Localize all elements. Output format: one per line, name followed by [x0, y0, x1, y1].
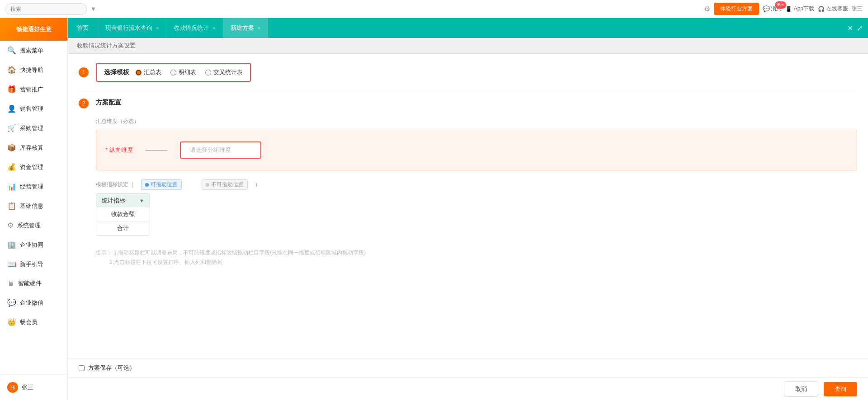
- user-info[interactable]: 张三: [852, 5, 863, 13]
- step2-badge: 2: [79, 99, 89, 108]
- form-section: 1 选择模板 汇总表 明细表: [68, 54, 868, 358]
- metrics-settings-prefix: 模板指标设定（: [96, 181, 134, 188]
- tab-expand-icon[interactable]: ⤢: [857, 24, 863, 33]
- message-area[interactable]: 💬 消息 99+: [763, 5, 782, 13]
- page-title: 收款情况统计方案设置: [77, 42, 136, 49]
- sidebar-item-guide[interactable]: 📖 新手引导: [0, 254, 67, 274]
- step1-badge: 1: [79, 67, 89, 77]
- step1-label: 选择模板: [104, 68, 129, 76]
- radio-cross-label: 交叉统计表: [213, 68, 243, 76]
- dot-blue: [145, 183, 149, 187]
- online-service[interactable]: 🎧 在线客服: [818, 5, 848, 13]
- tab-receipt-stat-close[interactable]: ×: [212, 25, 215, 31]
- sidebar-label-system: 系统管理: [17, 221, 41, 230]
- sidebar-item-quick-nav[interactable]: 🏠 快捷导航: [0, 60, 67, 80]
- logo-text: 畅捷通好生意: [16, 25, 52, 33]
- sidebar-label-marketing: 营销推广: [20, 85, 43, 94]
- building-icon: 🏢: [7, 240, 16, 249]
- config-section: 汇总维度（必选） * 纵向维度 ——— 请选择分组维度: [79, 118, 857, 273]
- radio-summary[interactable]: 汇总表: [136, 68, 161, 76]
- metrics-column-header[interactable]: 统计指标 ▼: [96, 194, 150, 207]
- message-icon: 💬: [763, 5, 770, 12]
- search-input[interactable]: [5, 3, 87, 15]
- tip-prefix: 提示： 1.拖动标题栏可以调整布局，不可跨维度或指标区域拖动栏目字段(只能在同一…: [96, 249, 857, 257]
- tab-cashflow[interactable]: 现金银行流水查询 ×: [98, 18, 166, 38]
- tab-new-plan-close[interactable]: ×: [258, 25, 260, 31]
- arrow-icon: ———: [146, 146, 167, 154]
- metrics-amount-label: 收款金额: [111, 211, 135, 217]
- radio-detail[interactable]: 明细表: [170, 68, 196, 76]
- tab-receipt-stat-label: 收款情况统计: [174, 24, 209, 32]
- sidebar-label-purchase: 采购管理: [20, 124, 43, 132]
- tip-item-1: 1.拖动标题栏可以调整布局，不可跨维度或指标区域拖动栏目字段(只能在同一维度或指…: [113, 249, 366, 256]
- tab-home-label: 首页: [77, 24, 89, 32]
- sidebar-item-wechat[interactable]: 💬 企业微信: [0, 293, 67, 312]
- service-icon: 🎧: [818, 6, 825, 12]
- sidebar-item-enterprise[interactable]: 🏢 企业协同: [0, 235, 67, 254]
- radio-cross[interactable]: 交叉统计表: [205, 68, 243, 76]
- dot-gray: [206, 183, 209, 187]
- trial-button[interactable]: 体验行业方案: [714, 3, 759, 15]
- draggable-label: 可拖动位置: [151, 181, 178, 188]
- sidebar-label-inventory: 库存核算: [20, 144, 43, 152]
- tab-cashflow-close[interactable]: ×: [156, 25, 159, 31]
- non-draggable-label: 不可拖动位置: [211, 181, 244, 188]
- app-download[interactable]: 📱 App下载: [785, 5, 814, 13]
- sidebar-item-sales[interactable]: 👤 销售管理: [0, 99, 67, 118]
- sidebar-item-marketing[interactable]: 🎁 营销推广: [0, 80, 67, 99]
- sidebar-item-business[interactable]: 📊 经营管理: [0, 177, 67, 196]
- settings-icon: ⚙: [7, 221, 14, 230]
- dropdown-icon[interactable]: ▼: [90, 5, 96, 12]
- sidebar-label-business: 经营管理: [20, 183, 43, 191]
- monitor-icon: 🖥: [7, 279, 14, 287]
- step2-label: 方案配置: [96, 99, 121, 107]
- box-icon: 📦: [7, 143, 16, 152]
- money-icon: 💰: [7, 163, 16, 171]
- sidebar-item-system[interactable]: ⚙ 系统管理: [0, 216, 67, 235]
- tab-receipt-stat[interactable]: 收款情况统计 ×: [166, 18, 223, 38]
- download-icon: 📱: [785, 6, 792, 12]
- draggable-badge: 可拖动位置: [141, 179, 182, 190]
- metrics-row-amount: 收款金额: [96, 207, 150, 221]
- search-icon: 🔍: [7, 46, 16, 55]
- sidebar-item-member[interactable]: 👑 畅会员: [0, 312, 67, 332]
- metrics-label-row: 模板指标设定（ 可拖动位置 不可拖动位置 ）: [96, 179, 857, 190]
- radio-summary-label: 汇总表: [144, 68, 161, 76]
- sidebar-item-inventory[interactable]: 📦 库存核算: [0, 138, 67, 157]
- query-button[interactable]: 查询: [824, 382, 857, 396]
- metrics-dropdown-icon[interactable]: ▼: [139, 198, 144, 203]
- sidebar-item-purchase[interactable]: 🛒 采购管理: [0, 118, 67, 138]
- save-checkbox[interactable]: [79, 365, 85, 371]
- avatar: 张: [7, 382, 18, 393]
- cancel-button[interactable]: 取消: [784, 381, 818, 397]
- chat-icon: 💬: [7, 298, 16, 307]
- user-icon: 👤: [7, 104, 16, 113]
- dimension-selector[interactable]: 请选择分组维度: [180, 141, 261, 159]
- save-label: 方案保存（可选）: [88, 364, 135, 372]
- tab-close-all-icon[interactable]: ✕: [847, 24, 853, 33]
- template-radio-group: 汇总表 明细表 交叉统计表: [136, 68, 243, 76]
- tab-bar: 首页 现金银行流水查询 × 收款情况统计 × 新建方案 × ✕ ⤢: [68, 18, 868, 38]
- sidebar-label-quick-nav: 快捷导航: [20, 66, 43, 74]
- step1-template-box: 选择模板 汇总表 明细表: [96, 63, 251, 82]
- metrics-settings-suffix: ）: [255, 181, 260, 188]
- sidebar-label-enterprise: 企业协同: [20, 241, 43, 249]
- gear-icon[interactable]: ⚙: [704, 5, 710, 13]
- sidebar-label-wechat: 企业微信: [20, 299, 43, 307]
- sidebar-item-hardware[interactable]: 🖥 智能硬件: [0, 274, 67, 293]
- radio-cross-input[interactable]: [205, 70, 211, 75]
- sidebar-item-finance[interactable]: 💰 资金管理: [0, 157, 67, 177]
- radio-detail-input[interactable]: [170, 70, 176, 75]
- message-badge: 99+: [775, 1, 786, 9]
- footer-bar: 取消 查询: [68, 377, 868, 400]
- sidebar-label-member: 畅会员: [20, 318, 38, 326]
- sidebar-label-search-menu: 搜索菜单: [20, 47, 43, 55]
- sidebar-item-search-menu[interactable]: 🔍 搜索菜单: [0, 41, 67, 60]
- tab-home[interactable]: 首页: [68, 18, 98, 38]
- sidebar-item-basic[interactable]: 📋 基础信息: [0, 196, 67, 216]
- radio-summary-input[interactable]: [136, 70, 142, 75]
- sidebar-item-profile[interactable]: 张 张三: [0, 378, 67, 396]
- sidebar: 畅捷通好生意 🔍 搜索菜单 🏠 快捷导航 🎁 营销推广 👤 销售管理 🛒 采购管…: [0, 18, 68, 400]
- tab-new-plan[interactable]: 新建方案 ×: [223, 18, 268, 38]
- main-layout: 畅捷通好生意 🔍 搜索菜单 🏠 快捷导航 🎁 营销推广 👤 销售管理 🛒 采购管…: [0, 18, 868, 400]
